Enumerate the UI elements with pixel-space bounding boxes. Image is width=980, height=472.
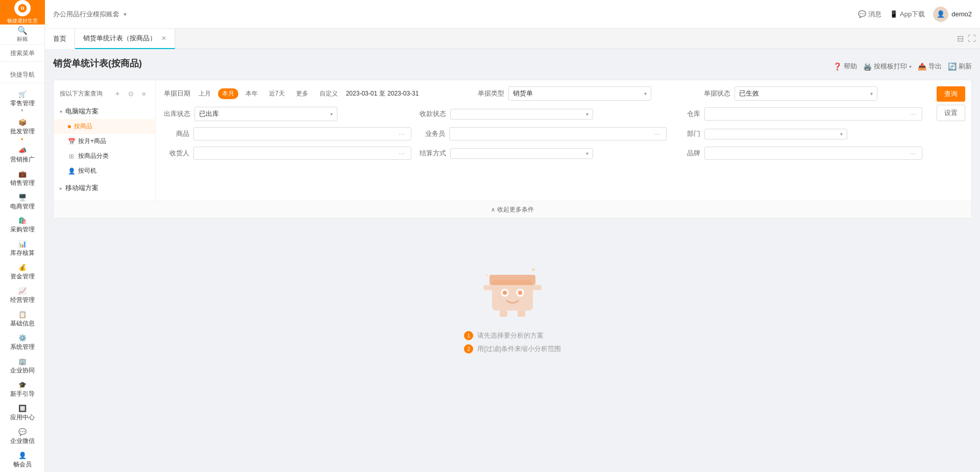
sidebar-item-inventory[interactable]: 📊 库存核算 [0, 237, 45, 261]
help-btn[interactable]: ❓ 帮助 [833, 62, 857, 71]
doc-status-select[interactable]: 已生效 ▾ [734, 86, 877, 101]
date-picker: 上月 本月 本年 近7天 更多 自定义 [194, 88, 342, 99]
sidebar-item-system[interactable]: ⚙️ 系统管理 [0, 331, 45, 355]
sidebar-item-enterprise[interactable]: 🏢 企业协同 [0, 355, 45, 378]
out-status-select[interactable]: 已出库 ▾ [194, 107, 337, 121]
nav-label: 搜索菜单 [10, 49, 35, 58]
date-sep: 至 [379, 89, 385, 98]
filter-collect-status: 收款状态 ▾ [420, 109, 667, 120]
goods-dots[interactable]: ··· [397, 130, 407, 138]
svg-rect-1 [489, 275, 535, 285]
sidebar-item-wholesale[interactable]: 📦 批发管理 ▴ [0, 115, 45, 143]
finance-icon: 💰 [17, 264, 28, 271]
inventory-icon: 📊 [17, 240, 28, 248]
warehouse-dots[interactable]: ··· [908, 110, 918, 118]
payment-select[interactable]: ▾ [450, 148, 593, 159]
filter-goods: 商品 ··· [164, 127, 411, 140]
tab-expand-icon[interactable]: ⛶ [968, 34, 976, 43]
app-download-btn[interactable]: 📱 App下载 [890, 10, 925, 19]
export-btn[interactable]: 📤 导出 [918, 62, 942, 71]
sidebar-nav-item[interactable]: 搜索菜单 [0, 45, 45, 62]
date-btn-current[interactable]: 本月 [218, 88, 238, 99]
scheme-item-by-category[interactable]: ⊞ 按商品分类 [54, 149, 155, 163]
doc-type-select[interactable]: 销货单 ▾ [508, 86, 651, 101]
scheme-group-mobile-title[interactable]: ▸ 移动端方案 [54, 180, 155, 196]
svg-text:✦: ✦ [530, 266, 536, 274]
ecommerce-label: 电商管理 [10, 202, 35, 211]
sidebar-item-apps[interactable]: 🔲 应用中心 [0, 402, 45, 425]
help-icon: ❓ [833, 62, 842, 70]
refresh-btn[interactable]: 🔄 刷新 [948, 62, 972, 71]
date-btn-custom[interactable]: 自定义 [315, 88, 342, 99]
dept-arrow: ▾ [840, 131, 843, 137]
dept-select[interactable]: ▾ [704, 129, 847, 139]
user-menu[interactable]: 👤 demo2 [933, 7, 972, 22]
add-scheme-btn[interactable]: + [112, 88, 122, 99]
filter-salesman: 业务员 ··· [420, 127, 667, 140]
wholesale-label: 批发管理 [10, 127, 35, 136]
sidebar-item-member[interactable]: 👤 畅会员 [0, 449, 45, 472]
doc-status-value: 已生效 [739, 89, 759, 98]
doc-status-label: 单据状态 [704, 89, 730, 98]
svg-rect-7 [518, 311, 525, 317]
filter-row-3: 商品 ··· 业务员 ··· 部门 [164, 127, 922, 140]
collect-status-arrow: ▾ [586, 111, 589, 117]
payment-label: 结算方式 [420, 149, 446, 158]
tab-stats[interactable]: 销货单统计表（按商品） ✕ [75, 29, 175, 49]
edit-scheme-btn[interactable]: ⊙ [126, 88, 136, 99]
salesman-dots[interactable]: ··· [652, 130, 663, 138]
tab-close-icon[interactable]: ✕ [161, 35, 166, 42]
print-btn[interactable]: 🖨️ 按模板打印 ▾ [863, 62, 912, 71]
system-icon: ⚙️ [17, 334, 28, 342]
system-label: 系统管理 [10, 343, 35, 351]
sales-label: 销售管理 [10, 179, 35, 187]
workspace-chevron: ▾ [124, 11, 127, 18]
scheme-item-label: 按月+商品 [78, 137, 106, 146]
filter-warehouse: 仓库 ··· [675, 107, 922, 121]
date-btn-prev[interactable]: 上月 [194, 88, 215, 99]
filter-out-status: 出库状态 已出库 ▾ [164, 107, 411, 121]
collapse-scheme-btn[interactable]: « [139, 88, 149, 99]
sidebar-item-wechat[interactable]: 💬 企业微信 [0, 425, 45, 449]
sidebar-quicknav[interactable]: 快捷导航 [0, 66, 45, 83]
sales-icon: 💼 [17, 170, 28, 178]
date-btn-year[interactable]: 本年 [241, 88, 262, 99]
receiver-dots[interactable]: ··· [397, 149, 407, 157]
tab-minimize-icon[interactable]: ⊟ [957, 34, 964, 43]
collapse-bar[interactable]: ∧ 收起更多条件 [54, 201, 971, 218]
tab-home[interactable]: 首页 [45, 29, 75, 49]
step-1-label: 请先选择要分析的方案 [477, 331, 544, 340]
scheme-item-by-goods[interactable]: 按商品 [54, 119, 155, 134]
sidebar-item-guide[interactable]: 🎓 新手引导 [0, 378, 45, 402]
main-content: 销货单统计表(按商品) ❓ 帮助 🖨️ 按模板打印 ▾ 📤 导出 🔄 刷新 [45, 49, 980, 472]
filter-row-2: 出库状态 已出库 ▾ 收款状态 ▾ 仓库 [164, 107, 922, 121]
logo[interactable]: 畅捷通好生意 [0, 0, 45, 25]
date-btn-more[interactable]: 更多 [292, 88, 312, 99]
warehouse-label: 仓库 [675, 109, 700, 119]
sidebar-item-marketing[interactable]: 📣 营销推广 [0, 144, 45, 167]
sidebar-item-sales[interactable]: 💼 销售管理 [0, 167, 45, 191]
workspace-selector[interactable]: 办公用品行业模拟账套 ▾ [53, 10, 127, 19]
sidebar-item-ops[interactable]: 📈 经营管理 [0, 284, 45, 308]
sidebar-item-retail[interactable]: 🛒 零售管理 ▾ [0, 88, 45, 115]
sidebar-search[interactable]: 🔍 标账 [0, 25, 45, 45]
message-btn[interactable]: 💬 消息 [858, 10, 881, 19]
collect-status-select[interactable]: ▾ [450, 109, 593, 120]
action-btns: 查询 设置 [930, 80, 971, 201]
sidebar-item-purchase[interactable]: 🛍️ 采购管理 [0, 214, 45, 238]
brand-dots[interactable]: ··· [908, 149, 918, 157]
topbar: 办公用品行业模拟账套 ▾ 💬 消息 📱 App下载 👤 demo2 [45, 0, 980, 29]
sidebar-item-ecommerce[interactable]: 🖥️ 电商管理 [0, 191, 45, 214]
category-icon: ⊞ [68, 153, 75, 160]
scheme-group-pc-title[interactable]: ▾ 电脑端方案 [54, 104, 155, 119]
mobile-group-arrow: ▸ [60, 185, 62, 191]
sidebar-item-basic[interactable]: 📋 基础信息 [0, 308, 45, 331]
date-btn-7days[interactable]: 近7天 [265, 88, 289, 99]
scheme-item-by-month-goods[interactable]: 📅 按月+商品 [54, 134, 155, 149]
workspace-name: 办公用品行业模拟账套 [53, 10, 119, 19]
query-btn[interactable]: 查询 [937, 86, 965, 102]
sidebar-item-finance[interactable]: 💰 资金管理 [0, 261, 45, 284]
scheme-item-by-driver[interactable]: 👤 按司机 [54, 163, 155, 178]
mobile-group-label: 移动端方案 [65, 183, 99, 193]
settings-btn[interactable]: 设置 [937, 105, 965, 121]
